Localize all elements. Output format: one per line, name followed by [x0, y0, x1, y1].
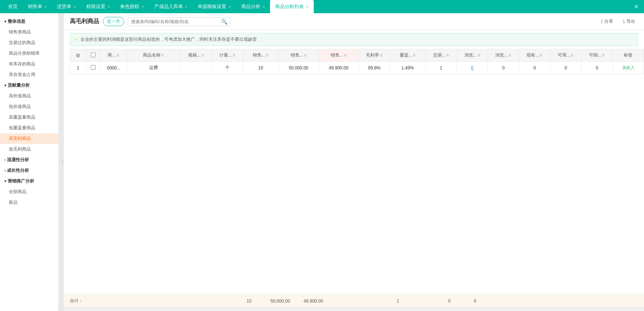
bulb-icon: ✧ — [75, 37, 78, 42]
sidebar-item-new-goods[interactable]: 新品 — [0, 197, 58, 208]
col-spec-label: 规格... — [188, 52, 201, 58]
sidebar-item-high-margin[interactable]: 高毛利商品 — [0, 133, 58, 144]
sort-name-icon[interactable]: ⇅ — [161, 54, 164, 57]
row-sales-profit: 49,900.00 — [319, 62, 359, 74]
footer-summary: 合计： 10 50,000.00 49,900.00 1 0 0 — [64, 294, 644, 307]
nav-item-template[interactable]: 单据模板设置 × — [193, 0, 236, 13]
close-analysis-list-tab[interactable]: × — [306, 4, 308, 9]
row-select-checkbox[interactable] — [91, 65, 96, 70]
bottom-scrollbar[interactable] — [64, 307, 644, 311]
row-browse1[interactable]: 0 — [457, 62, 488, 74]
col-sales-qty: 销售...⇅ — [243, 49, 278, 62]
close-purchase-tab[interactable]: × — [73, 4, 76, 9]
close-permission-tab[interactable]: × — [108, 4, 110, 9]
close-role-tab[interactable]: × — [141, 4, 144, 9]
sort-sales-profit-icon[interactable]: ⇅ — [344, 54, 347, 57]
export-button[interactable]: ⤵ 导出 — [620, 17, 638, 26]
nav-item-product-inbound[interactable]: 产成品入库单 × — [149, 0, 193, 13]
select-all-checkbox[interactable] — [91, 53, 96, 57]
share-icon: ⤴ — [601, 19, 603, 24]
close-template-tab[interactable]: × — [229, 4, 231, 9]
nav-item-permission[interactable]: 权限设置 × — [81, 0, 115, 13]
close-analysis-tab[interactable]: × — [263, 4, 265, 9]
footer-browse2: 0 — [436, 299, 462, 304]
col-name: 商品名称⇅ — [127, 49, 181, 62]
col-tag-label: 标签 — [624, 52, 633, 58]
nav-item-analysis-list[interactable]: 商品分析列表 × — [270, 0, 313, 13]
info-banner: ✧ 企业的主要的利润都是这部分商品创造的，可考虑加大推广，同时关注库存是不要出现… — [70, 33, 638, 46]
row-code: 0000... — [100, 62, 127, 74]
share-button[interactable]: ⤴ 分享 — [598, 17, 616, 26]
footer-sales-qty: 10 — [234, 299, 264, 304]
sidebar-item-low-margin[interactable]: 低毛利商品 — [0, 144, 58, 155]
close-sales-tab[interactable]: × — [44, 4, 47, 9]
sidebar-group-contribution[interactable]: ▾ 贡献量分析 — [0, 80, 58, 91]
sidebar-group-growth[interactable]: › 成长性分析 — [0, 165, 58, 176]
search-icon[interactable]: 🔍 — [221, 19, 227, 25]
sidebar-item-low-coverage[interactable]: 低覆盖量商品 — [0, 123, 58, 133]
sidebar-item-category-rate[interactable]: 商品分类助销率 — [0, 48, 58, 59]
arrow-overall: ▾ — [4, 19, 6, 23]
sidebar-group-contribution-label: 贡献量分析 — [8, 82, 30, 88]
sidebar-item-stock-capital[interactable]: 库存资金占用 — [0, 69, 58, 80]
search-wrap: 🔍 — [128, 17, 231, 26]
close-product-inbound-tab[interactable]: × — [185, 4, 187, 9]
row-name: 运费 — [127, 62, 181, 74]
settings-icon[interactable]: ⚙ — [76, 53, 80, 58]
row-checkbox[interactable] — [86, 62, 100, 74]
sort-trade-icon[interactable]: ⇅ — [446, 54, 449, 57]
sort-unit-icon[interactable]: ⇅ — [233, 54, 235, 57]
arrow-growth: › — [4, 169, 6, 173]
sort-spec-icon[interactable]: ⇅ — [201, 54, 204, 57]
sort-stock-available-icon[interactable]: ⇅ — [571, 54, 574, 57]
sidebar-item-traded-goods[interactable]: 交易过的商品 — [0, 37, 58, 48]
col-sales-qty-label: 销售... — [253, 52, 265, 58]
sort-browse2-icon[interactable]: ⇅ — [508, 54, 511, 57]
col-sales-profit: 销售...⇅ — [319, 49, 359, 62]
filter-button[interactable]: 近一月 — [103, 17, 124, 26]
sort-no-icon[interactable]: ⇅ — [116, 54, 119, 57]
info-text: 企业的主要的利润都是这部分商品创造的，可考虑加大推广，同时关注库存是不要出现缺货 — [80, 36, 257, 43]
sidebar-item-all-goods[interactable]: 全部商品 — [0, 187, 58, 197]
sidebar-group-marketing[interactable]: ▾ 营销推广分析 — [0, 176, 58, 187]
main-layout: ▾ 整体信息 销售类商品 交易过的商品 商品分类助销率 有库存的商品 库存资金占… — [0, 13, 644, 311]
col-no-label: 商... — [108, 52, 116, 58]
sidebar-item-low-value[interactable]: 低价值商品 — [0, 101, 58, 112]
table-header-row: ⚙ 商...⇅ 商品名称⇅ 规 — [70, 49, 644, 62]
footer-label: 合计： — [70, 298, 92, 304]
nav-item-analysis[interactable]: 商品分析 × — [236, 0, 270, 13]
nav-item-purchase[interactable]: 进货单 × — [52, 0, 81, 13]
search-input[interactable] — [131, 19, 221, 24]
sort-sales-amount-icon[interactable]: ⇅ — [304, 54, 307, 57]
col-settings[interactable]: ⚙ — [70, 49, 86, 62]
footer-stock-current: 0 — [462, 299, 488, 304]
col-checkbox[interactable] — [86, 49, 100, 62]
sidebar-item-sales-goods[interactable]: 销售类商品 — [0, 27, 58, 37]
sidebar-group-liquidity[interactable]: › 流通性分析 — [0, 155, 58, 165]
sidebar-group-overall[interactable]: ▾ 整体信息 — [0, 16, 58, 27]
sort-sales-qty-icon[interactable]: ⇅ — [266, 54, 269, 57]
nav-item-sales[interactable]: 销售单 × — [23, 0, 52, 13]
export-label: 导出 — [626, 18, 635, 25]
row-sales-qty: 10 — [243, 62, 278, 74]
close-all-btn[interactable]: × — [631, 3, 641, 11]
sort-gross-margin-icon[interactable]: ⇅ — [380, 54, 383, 57]
sidebar-item-high-coverage[interactable]: 高覆盖量商品 — [0, 112, 58, 123]
nav-item-home[interactable]: 首页 — [3, 0, 23, 13]
footer-sales-amount: 50,000.00 — [264, 299, 297, 304]
sidebar-item-in-stock-goods[interactable]: 有库存的商品 — [0, 59, 58, 69]
sidebar-toggle[interactable]: 《 — [59, 13, 64, 311]
row-seq: 1 — [70, 62, 86, 74]
col-stock-available: 可用...⇅ — [550, 49, 582, 62]
page-title: 高毛利商品 — [70, 18, 99, 25]
sidebar-item-high-value[interactable]: 高价值商品 — [0, 91, 58, 101]
sort-coverage-icon[interactable]: ⇅ — [413, 54, 416, 57]
nav-item-role[interactable]: 角色授权 × — [115, 0, 149, 13]
col-spec: 规格...⇅ — [180, 49, 212, 62]
tag-badge: 高收入 — [622, 65, 634, 70]
sort-stock-current-icon[interactable]: ⇅ — [540, 54, 543, 57]
export-icon: ⤵ — [623, 19, 625, 24]
row-spec — [180, 62, 212, 74]
sort-stock-salable-icon[interactable]: ⇅ — [602, 54, 605, 57]
sort-browse1-icon[interactable]: ⇅ — [478, 54, 481, 57]
